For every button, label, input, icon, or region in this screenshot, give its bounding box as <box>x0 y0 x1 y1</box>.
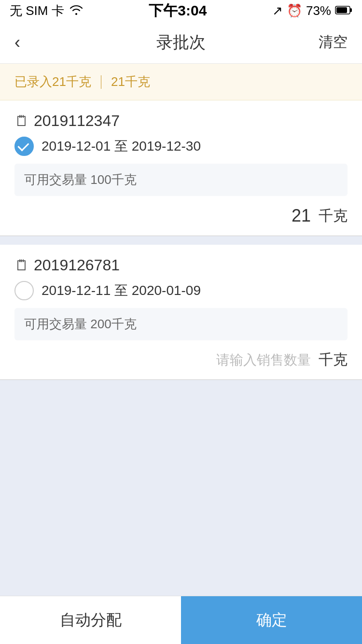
quantity-unit-2: 千克 <box>319 350 348 370</box>
batch-date-row-1: 2019-12-01 至 2019-12-30 <box>14 137 348 156</box>
quantity-placeholder-2[interactable]: 请输入销售数量 <box>216 351 311 369</box>
sim-label: 无 SIM 卡 <box>10 2 64 19</box>
batch-id-row-2: 🗒 2019126781 <box>14 256 348 274</box>
available-row-1: 可用交易量 100千克 <box>14 164 348 196</box>
radio-checked-1[interactable] <box>14 137 34 156</box>
batch-date-2: 2019-12-11 至 2020-01-09 <box>42 281 201 300</box>
confirm-button[interactable]: 确定 <box>181 596 362 644</box>
auto-distribute-button[interactable]: 自动分配 <box>0 596 181 644</box>
batch-id-row-1: 🗒 2019112347 <box>14 112 348 130</box>
battery-icon <box>335 3 352 18</box>
batch-id-2: 2019126781 <box>34 256 120 274</box>
alarm-icon: ⏰ <box>287 3 302 18</box>
status-left: 无 SIM 卡 <box>10 2 84 19</box>
batch-icon-2: 🗒 <box>14 257 29 274</box>
location-icon: ↗ <box>272 3 283 18</box>
batch-date-1: 2019-12-01 至 2019-12-30 <box>42 137 201 155</box>
svg-rect-1 <box>350 8 352 12</box>
svg-rect-2 <box>336 7 347 13</box>
batch-card-2: 🗒 2019126781 2019-12-11 至 2020-01-09 可用交… <box>0 245 362 380</box>
status-right: ↗ ⏰ 73% <box>272 3 352 18</box>
nav-bar: ‹ 录批次 清空 <box>0 21 362 64</box>
batch-icon-1: 🗒 <box>14 113 29 129</box>
batch-card-1: 🗒 2019112347 2019-12-01 至 2019-12-30 可用交… <box>0 100 362 236</box>
wifi-icon <box>69 3 84 18</box>
batch-date-row-2: 2019-12-11 至 2020-01-09 <box>14 281 348 300</box>
available-row-2: 可用交易量 200千克 <box>14 308 348 340</box>
battery-text: 73% <box>306 3 331 18</box>
clear-button[interactable]: 清空 <box>319 32 348 52</box>
batch-id-1: 2019112347 <box>34 112 120 130</box>
card-separator-1 <box>0 236 362 245</box>
quantity-value-1[interactable]: 21 <box>253 206 311 226</box>
bottom-empty-area <box>0 380 362 602</box>
status-bar: 无 SIM 卡 下午3:04 ↗ ⏰ 73% <box>0 0 362 21</box>
bottom-bar: 自动分配 确定 <box>0 596 362 644</box>
back-button[interactable]: ‹ <box>14 32 43 53</box>
page-title: 录批次 <box>156 31 206 54</box>
quantity-section-2: 请输入销售数量 千克 <box>0 350 362 380</box>
summary-label: 已录入21千克 <box>14 73 91 90</box>
summary-divider <box>101 75 101 89</box>
quantity-section-1: 21 千克 <box>0 206 362 236</box>
summary-bar: 已录入21千克 21千克 <box>0 64 362 100</box>
summary-value: 21千克 <box>111 73 150 90</box>
radio-unchecked-2[interactable] <box>14 281 34 300</box>
time-display: 下午3:04 <box>149 1 207 21</box>
quantity-unit-1: 千克 <box>319 206 348 226</box>
